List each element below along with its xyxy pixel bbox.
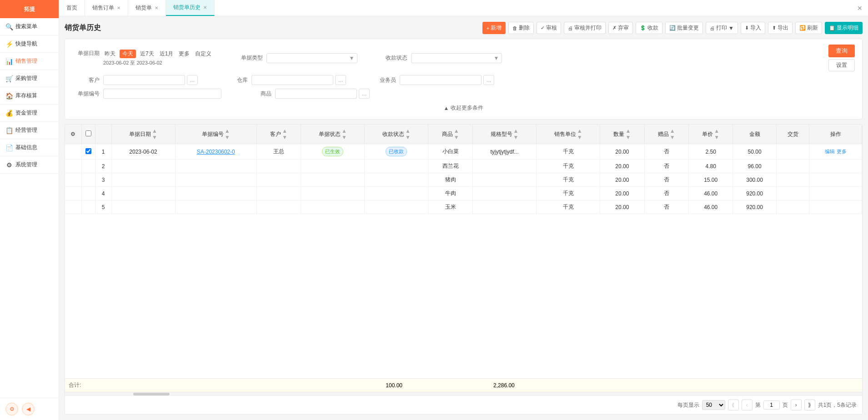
page-next-btn[interactable]: › (791, 400, 802, 410)
doc-no-link[interactable]: SA-20230602-0 (197, 149, 235, 155)
table-scroll[interactable]: ⚙ 单据日期▲▼ 单据编号▲▼ (65, 125, 862, 378)
new-button[interactable]: + 新增 (482, 22, 506, 34)
sidebar-item-basic-info[interactable]: 📄 基础信息 (0, 139, 59, 156)
filter-settings-button[interactable]: 设置 (828, 59, 855, 71)
tab-close-sales-history[interactable]: ✕ (203, 5, 207, 10)
select-all-checkbox[interactable] (85, 130, 91, 136)
collapse-filter-btn[interactable]: ▲ 收起更多条件 (72, 102, 855, 114)
td-checkbox[interactable] (81, 187, 95, 200)
tab-sales-delivery[interactable]: 销货单 ✕ (128, 0, 166, 16)
th-doc-date[interactable]: 单据日期▲▼ (111, 125, 175, 144)
export-button[interactable]: ⬆ 导出 (768, 22, 793, 34)
page-first-btn[interactable]: ⟪ (728, 400, 739, 410)
th-customer[interactable]: 客户▲▼ (256, 125, 301, 144)
page-content: 销货单历史 + 新增 🗑 删除 ✓ 审核 🖨 审核并打印 (59, 16, 868, 420)
tabs-close-all[interactable]: ✕ (852, 5, 868, 12)
td-checkbox[interactable] (81, 200, 95, 214)
tab-sales-order[interactable]: 销售订单 ✕ (85, 0, 128, 16)
sidebar-item-inventory[interactable]: 🏠 库存核算 (0, 87, 59, 105)
sidebar-collapse-btn[interactable]: ◀ (22, 403, 35, 415)
tab-sales-history[interactable]: 销货单历史 ✕ (166, 0, 215, 16)
td-checkbox[interactable] (81, 173, 95, 187)
tab-close-sales-delivery[interactable]: ✕ (155, 5, 158, 10)
sidebar-item-operations[interactable]: 📋 经营管理 (0, 122, 59, 139)
shortcut-1month[interactable]: 近1月 (158, 50, 175, 58)
query-button[interactable]: 查询 (828, 45, 855, 57)
shortcut-yesterday[interactable]: 昨天 (103, 50, 117, 58)
sales-mgmt-icon: 📊 (5, 58, 13, 65)
sidebar-settings-btn[interactable]: ⚙ (5, 403, 18, 415)
row-checkbox[interactable] (85, 148, 91, 154)
filter-actions: 查询 设置 (828, 45, 855, 71)
warehouse-ellipsis-btn[interactable]: ... (335, 75, 346, 85)
doc-type-select[interactable]: ▼ (266, 53, 357, 63)
th-product[interactable]: 商品▲▼ (428, 125, 472, 144)
td-checkbox[interactable] (81, 144, 95, 160)
product-ellipsis-btn[interactable]: ... (359, 89, 370, 99)
customer-ellipsis-btn[interactable]: ... (187, 75, 198, 85)
th-doc-status[interactable]: 单据状态▲▼ (301, 125, 365, 144)
quick-nav-icon: ⚡ (5, 40, 13, 48)
td-price: 46.00 (688, 187, 733, 200)
sidebar-item-quick-nav[interactable]: ⚡ 快捷导航 (0, 35, 59, 53)
print-button[interactable]: 🖨 打印 ▼ (706, 22, 738, 34)
td-doc-no (175, 200, 256, 214)
th-settings[interactable]: ⚙ (65, 125, 81, 144)
sidebar-item-finance[interactable]: 💰 资金管理 (0, 105, 59, 122)
collect-button[interactable]: 💲 收款 (636, 22, 662, 34)
abandon-button[interactable]: ✗ 弃审 (608, 22, 633, 34)
th-doc-no[interactable]: 单据编号▲▼ (175, 125, 256, 144)
tab-home[interactable]: 首页 (59, 0, 85, 16)
sidebar-item-search-menu[interactable]: 🔍 搜索菜单 (0, 18, 59, 35)
shortcut-more[interactable]: 更多 (177, 50, 191, 58)
product-input[interactable] (275, 89, 357, 99)
audit-button[interactable]: ✓ 审核 (537, 22, 561, 34)
collection-status-select[interactable]: ▼ (411, 53, 502, 63)
th-unit[interactable]: 销售单位▲▼ (537, 125, 600, 144)
tab-close-sales-order[interactable]: ✕ (117, 5, 120, 10)
td-doc-date (111, 200, 175, 214)
th-price[interactable]: 单价▲▼ (688, 125, 733, 144)
warehouse-input[interactable] (251, 75, 333, 85)
page-input[interactable] (763, 400, 780, 410)
customer-input[interactable] (103, 75, 185, 85)
audit-print-button[interactable]: 🖨 审核并打印 (564, 22, 606, 34)
batch-change-button[interactable]: 🔄 批量变更 (665, 22, 703, 34)
show-detail-button[interactable]: 📋 显示明细 (825, 22, 863, 34)
table-row: 4 牛肉 千克 20.00 否 46.00 920.00 (65, 187, 862, 200)
shortcut-7days[interactable]: 近7天 (139, 50, 156, 58)
salesperson-ellipsis-btn[interactable]: ... (483, 75, 494, 85)
delete-button[interactable]: 🗑 删除 (508, 22, 534, 34)
td-checkbox[interactable] (81, 160, 95, 173)
per-page-select[interactable]: 20 50 100 200 (702, 400, 725, 410)
horizontal-scrollbar[interactable] (65, 392, 862, 395)
th-spec[interactable]: 规格型号▲▼ (472, 125, 536, 144)
refresh-button[interactable]: 🔁 刷新 (795, 22, 822, 34)
doc-number-input[interactable] (103, 89, 221, 99)
table-wrapper: ⚙ 单据日期▲▼ 单据编号▲▼ (65, 124, 863, 415)
th-idx (95, 125, 111, 144)
warehouse-label: 仓库 (221, 76, 248, 84)
sidebar: 拓提 🔍 搜索菜单 ⚡ 快捷导航 📊 销售管理 🛒 采购管理 🏠 库存核算 💰 … (0, 0, 59, 420)
salesperson-input[interactable] (400, 75, 482, 85)
td-product: 玉米 (428, 200, 472, 214)
page-prev-btn[interactable]: ‹ (742, 400, 753, 410)
sidebar-item-system[interactable]: ⚙ 系统管理 (0, 156, 59, 174)
th-checkbox[interactable] (81, 125, 95, 144)
th-collect-status[interactable]: 收款状态▲▼ (365, 125, 428, 144)
page-last-btn[interactable]: ⟫ (804, 400, 815, 410)
td-doc-no (175, 187, 256, 200)
data-table: ⚙ 单据日期▲▼ 单据编号▲▼ (65, 125, 862, 214)
th-gift[interactable]: 赠品▲▼ (644, 125, 688, 144)
td-doc-no[interactable]: SA-20230602-0 (175, 144, 256, 160)
shortcut-custom[interactable]: 自定义 (194, 50, 213, 58)
import-button[interactable]: ⬇ 导入 (741, 22, 765, 34)
shortcut-today[interactable]: 今天 (120, 50, 136, 58)
sidebar-item-purchase-mgmt[interactable]: 🛒 采购管理 (0, 70, 59, 87)
doc-type-dropdown-icon: ▼ (349, 55, 354, 61)
sidebar-item-sales-mgmt[interactable]: 📊 销售管理 (0, 53, 59, 70)
th-qty[interactable]: 数量▲▼ (600, 125, 644, 144)
op-btn-0[interactable]: 编辑 (825, 148, 835, 155)
td-settings (65, 160, 81, 173)
op-btn-1[interactable]: 更多 (837, 148, 847, 155)
